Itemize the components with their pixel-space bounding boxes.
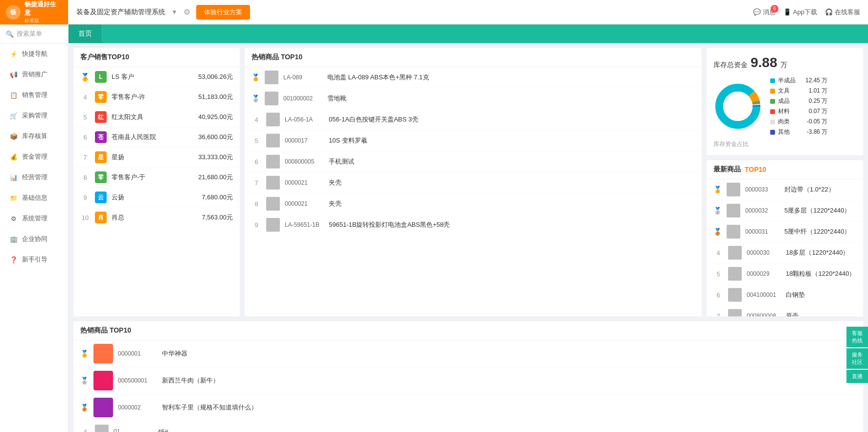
legend-item-other: 其他 -3.86 万 [770, 128, 827, 136]
sidebar-item-system[interactable]: ⚙ 系统管理 [0, 208, 68, 229]
prod-thumbnail [266, 155, 280, 168]
hot-prod-item: 🥉 0000002 智利车子里（规格不知道填什么） [73, 394, 863, 421]
customer-rank-item: 8 零 零售客户-于 21,680.00元 [73, 168, 240, 188]
hot-sales-right-header: 热销商品 TOP10 [245, 48, 702, 67]
sidebar-item-inventory[interactable]: 📦 库存核算 [0, 126, 68, 146]
tab-home[interactable]: 首页 [69, 24, 102, 43]
customer-badge: 红 [95, 111, 107, 123]
new-prod-item: 🥉 0000031 5厘中纤（1220*2440） [707, 221, 863, 242]
main-area: 装备及固定资产辅助管理系统 ▼ ⚙ 体验行业方案 💬 消息 6 📱 App下载 … [69, 0, 868, 432]
new-prod-thumbnail [727, 225, 740, 239]
customer-rank-item: 7 星 星扬 33,333.00元 [73, 147, 240, 168]
rank-num: 10 [80, 214, 90, 221]
sidebar-item-finance[interactable]: 💰 资金管理 [0, 146, 68, 167]
legend-dot [770, 120, 775, 124]
sidebar-item-purchase[interactable]: 🛒 采购管理 [0, 105, 68, 126]
svg-point-6 [723, 92, 753, 121]
legend-dot [770, 109, 775, 114]
customer-rank-item: 6 苍 苍南县人民医院 36,600.00元 [73, 127, 240, 147]
hot-prod-item: 🏅 0000001 中华神器 [73, 340, 863, 367]
message-icon: 💬 [753, 8, 761, 16]
nav-icon-marketing: 📢 [9, 70, 18, 79]
new-prod-rank: 5 [713, 270, 723, 278]
prod-thumbnail [266, 197, 280, 211]
system-name: 装备及固定资产辅助管理系统 [76, 8, 165, 17]
topbar-right: 💬 消息 6 📱 App下载 🎧 在线客服 [753, 8, 860, 17]
prod-thumbnail [266, 218, 280, 232]
service-community-button[interactable]: 服务 社区 [846, 348, 868, 369]
sidebar-item-marketing[interactable]: 📢 营销推广 [0, 64, 68, 85]
hot-products-list: 🏅 0000001 中华神器 🥈 000500001 新西兰牛肉（新牛） [73, 340, 863, 432]
customer-service-hotline-button[interactable]: 客服 热线 [846, 327, 868, 347]
hot-sales-right-panel: 热销商品 TOP10 🏅 LA-089 电池盖 LA-089 ABS本色+黑种 … [245, 48, 702, 316]
prod-item: 7 0000021 夹壳 [245, 172, 702, 193]
sidebar-item-quick-nav[interactable]: ⚡ 快捷导航 [0, 44, 68, 64]
customer-badge: 零 [95, 171, 107, 183]
hot-products-panel: 热销商品 TOP10 🏅 0000001 中华神器 🥈 000500001 [73, 321, 863, 432]
nav-icon-system: ⚙ [9, 214, 18, 223]
prod-thumbnail [266, 176, 280, 190]
hot-sales-right-list: 🏅 LA-089 电池盖 LA-089 ABS本色+黑种 7.1克 🥈 0010… [245, 67, 702, 234]
rank-num: 8 [80, 174, 90, 181]
legend-dot [770, 130, 775, 135]
rank-num: 5 [80, 114, 90, 121]
nav-icon-purchase: 🛒 [9, 111, 18, 120]
prod-item: 6 000800005 手机测试 [245, 151, 702, 172]
customer-badge: 星 [95, 151, 107, 163]
sidebar-item-base[interactable]: 📁 基础信息 [0, 188, 68, 208]
legend-item-material: 材料 0.07 万 [770, 107, 827, 116]
nav-icon-ops: 📊 [9, 173, 18, 182]
nav-icon-home: ⚡ [9, 49, 18, 58]
app-download[interactable]: 📱 App下载 [783, 8, 817, 17]
legend-item-meat: 肉类 -0.05 万 [770, 118, 827, 126]
customer-rank-item: 10 肖 肖总 7,563.00元 [73, 208, 240, 228]
dropdown-arrow-icon[interactable]: ▼ [171, 8, 178, 16]
online-service[interactable]: 🎧 在线客服 [825, 8, 860, 17]
prod-item: 4 LA-056-1A 056-1A白色按键开关盖ABS 3壳 [245, 109, 702, 130]
live-broadcast-button[interactable]: 直播 [846, 370, 868, 383]
sidebar-item-sales[interactable]: 📋 销售管理 [0, 85, 68, 105]
settings-icon[interactable]: ⚙ [183, 7, 190, 17]
topbar: 装备及固定资产辅助管理系统 ▼ ⚙ 体验行业方案 💬 消息 6 📱 App下载 … [69, 0, 868, 24]
nav-icon-corp: 🏢 [9, 235, 18, 243]
new-prod-thumbnail [727, 183, 740, 196]
prod-rank-num: 9 [251, 221, 261, 229]
inventory-panel: 库存总资金 9.88 万 [707, 48, 863, 155]
new-prod-item: 6 004100001 白钢垫 [707, 285, 863, 306]
try-solution-button[interactable]: 体验行业方案 [196, 5, 250, 20]
rank-num: 4 [80, 94, 90, 101]
right-panel: 库存总资金 9.88 万 [707, 48, 863, 316]
content-area: 客户销售TOP10 🏅 L LS 客户 53,006.26元 4 零 零售客户-… [69, 43, 868, 432]
search-icon: 🔍 [6, 30, 14, 38]
prod-item: 9 LA-59651-1B 59651-1B旋转投影灯电池盒ABS黑色+58壳 [245, 215, 702, 234]
phone-icon: 📱 [783, 8, 791, 16]
prod-item: 8 0000021 夹壳 [245, 193, 702, 215]
customer-badge: 零 [95, 91, 107, 103]
new-prod-rank: 6 [713, 291, 723, 299]
sidebar-item-guide[interactable]: ❓ 新手引导 [0, 249, 68, 270]
prod-rank-num: 5 [251, 137, 261, 144]
new-prod-rank: 7 [713, 312, 723, 317]
new-prod-medal-bronze: 🥉 [713, 228, 722, 236]
prod-rank-num: 4 [251, 116, 261, 123]
prod-thumbnail [266, 113, 280, 126]
nav-icon-sales: 📋 [9, 91, 18, 99]
prod-item: 🥈 001000002 雪地靴 [245, 88, 702, 109]
rank-num: 6 [80, 134, 90, 141]
float-service: 客服 热线 服务 社区 直播 [846, 327, 868, 383]
prod-medal-gold: 🏅 [251, 73, 260, 81]
new-prod-item: 🥈 0000032 5厘多层（1220*2440） [707, 200, 863, 221]
sidebar-item-corp[interactable]: 🏢 企业协同 [0, 229, 68, 249]
prod-item: 5 0000017 10S 变料罗羲 [245, 130, 702, 151]
prod-thumbnail [265, 92, 278, 105]
customer-ranking-list: 🏅 L LS 客户 53,006.26元 4 零 零售客户-许 51,183.0… [73, 67, 240, 228]
message-badge[interactable]: 💬 消息 6 [753, 8, 776, 17]
message-count-badge: 6 [771, 5, 778, 13]
sidebar-item-operations[interactable]: 📊 经营管理 [0, 167, 68, 188]
search-menu[interactable]: 🔍 搜索菜单 [0, 24, 68, 44]
new-prod-medal-silver: 🥈 [713, 207, 722, 215]
inventory-title: 库存总资金 9.88 万 [713, 55, 856, 71]
top-panels: 客户销售TOP10 🏅 L LS 客户 53,006.26元 4 零 零售客户-… [73, 48, 863, 316]
rank-num: 7 [80, 154, 90, 161]
prod-img-thumbnail [93, 398, 113, 417]
